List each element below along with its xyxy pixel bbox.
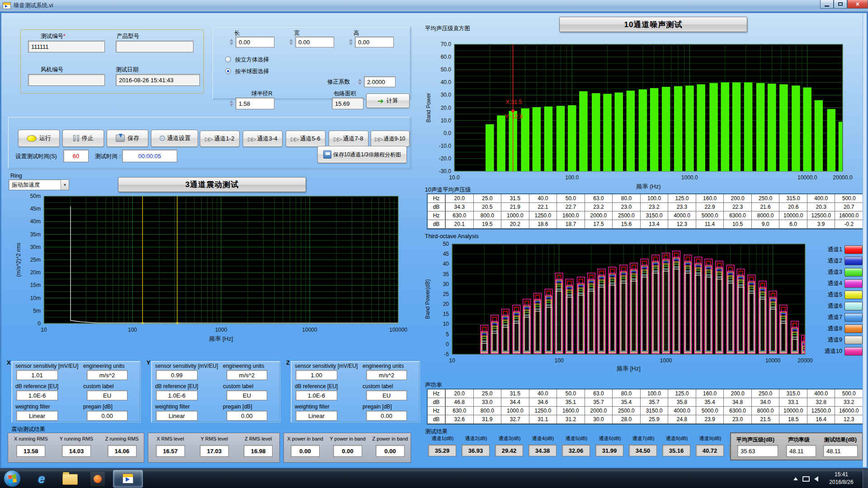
taskbar-clock[interactable]: 15:41 2016/8/26 <box>821 471 862 486</box>
spinner-arrows-icon[interactable] <box>356 76 363 87</box>
correction-label: 修正系数 <box>327 78 350 86</box>
svg-text:10: 10 <box>41 327 47 333</box>
windows-flag-icon <box>8 474 17 483</box>
tray-expand-icon[interactable] <box>793 477 798 480</box>
length-stepper[interactable]: 0.00 <box>228 37 274 47</box>
custom-label-input[interactable]: EU <box>366 390 407 400</box>
spinner-arrows-icon[interactable] <box>288 37 294 47</box>
stop-button[interactable]: 停止 <box>62 130 104 147</box>
units-input[interactable]: m/s^2 <box>226 370 267 380</box>
radius-stepper[interactable]: 1.58 <box>228 98 274 109</box>
width-stepper[interactable]: 0.00 <box>288 37 334 47</box>
weighting-filter-input[interactable]: Linear <box>296 411 337 421</box>
pregain-input[interactable]: 0.00 <box>366 411 407 421</box>
db-reference-input[interactable]: 1.0E-6 <box>156 390 198 400</box>
svg-text:40m: 40m <box>30 218 41 225</box>
volume-icon[interactable] <box>814 476 818 482</box>
legend-item[interactable]: 通道8 <box>807 323 863 334</box>
legend-item[interactable]: 通道5 <box>807 289 863 300</box>
units-input[interactable]: m/s^2 <box>87 370 127 380</box>
table-cell: 20.2 <box>501 220 529 229</box>
labview-taskbar-item[interactable] <box>113 470 143 488</box>
product-input[interactable] <box>116 41 193 52</box>
sensitivity-input[interactable]: 1.01 <box>16 370 58 380</box>
set-time-input[interactable]: 60 <box>63 150 89 162</box>
result-value: 0.00 <box>333 445 362 457</box>
minimize-button[interactable] <box>820 0 834 9</box>
legend-swatch <box>844 313 863 322</box>
channel-7-8-button[interactable]: ▷▷通道7-8 <box>329 131 368 147</box>
units-input[interactable]: m/s^2 <box>366 370 407 380</box>
media-player-icon[interactable] <box>90 472 105 486</box>
db-reference-input[interactable]: 1.0E-6 <box>16 390 58 400</box>
legend-item[interactable]: 通道9 <box>807 334 863 346</box>
legend-label: 通道4 <box>828 280 842 287</box>
table-cell: 10.5 <box>724 220 752 229</box>
result-label: Y running RMS <box>54 436 99 441</box>
start-button[interactable] <box>4 470 21 487</box>
table-row-label: Hz <box>428 194 446 203</box>
explorer-folder-icon[interactable] <box>62 474 78 485</box>
table-cell: 40.0 <box>529 389 557 398</box>
sensitivity-label: sensor sensitivity [mV/EU] <box>295 363 358 369</box>
calculate-button[interactable]: ➔ 计算 <box>366 94 410 108</box>
signal-type-dropdown[interactable]: 振动加速度 ▼ <box>9 179 69 190</box>
channel-result-slot: 通道5(dB)32.06 <box>561 435 592 459</box>
run-button[interactable]: 运行 <box>18 130 60 147</box>
spinner-arrows-icon[interactable] <box>347 37 354 47</box>
weighting-filter-input[interactable]: Linear <box>16 411 58 421</box>
sensitivity-input[interactable]: 1.00 <box>296 370 337 380</box>
db-reference-input[interactable]: 1.0E-6 <box>296 390 337 400</box>
spinner-arrows-icon[interactable] <box>228 98 235 109</box>
pregain-input[interactable]: 0.00 <box>87 411 127 421</box>
maximize-button[interactable] <box>834 0 847 9</box>
legend-item[interactable]: 通道2 <box>807 255 863 267</box>
vibration-spectrum-chart[interactable]: 50m45m40m35m30m25m20m15m10m5m01010010001… <box>13 193 411 347</box>
channel-9-10-button[interactable]: ▷▷通道9-10 <box>371 131 410 147</box>
average-spl-histogram[interactable]: 70.060.050.040.030.020.010.00.0-10.0-20.… <box>423 32 854 190</box>
front-panel: 测试编号* 111111 产品型号 风机编号 测试日期 2016-08-26 1… <box>0 12 868 469</box>
pregain-input[interactable]: 0.00 <box>226 411 267 421</box>
system-tray <box>793 469 818 488</box>
axis-letter: X <box>7 359 11 366</box>
avg-table-label: 10声道平均声压级 <box>425 186 471 194</box>
channel-setup-button[interactable]: ⚙通道设置 <box>151 130 198 147</box>
close-button[interactable]: × <box>847 0 868 9</box>
channel-5-6-button[interactable]: ▷▷通道5-6 <box>286 131 326 147</box>
internet-explorer-icon[interactable]: e <box>34 472 49 486</box>
channel-1-2-button[interactable]: ▷▷通道1-2 <box>200 131 240 147</box>
fan-input[interactable] <box>28 74 105 86</box>
spinner-arrows-icon[interactable] <box>228 37 235 47</box>
radio-cube[interactable] <box>225 56 231 62</box>
show-desktop-button[interactable] <box>863 469 868 488</box>
sensitivity-input[interactable]: 0.99 <box>156 370 198 380</box>
legend-item[interactable]: 通道6 <box>807 300 863 312</box>
sound-power-level-value: 48.11 <box>786 445 816 457</box>
panel-scrollbar[interactable] <box>863 13 867 467</box>
svg-text:50m: 50m <box>30 193 41 199</box>
custom-label-input[interactable]: EU <box>226 390 267 400</box>
legend-item[interactable]: 通道4 <box>807 278 863 289</box>
custom-label-input[interactable]: EU <box>87 390 127 400</box>
radio-hemisphere[interactable] <box>225 68 231 74</box>
third-octave-chart[interactable]: 50454035302520151050-5101001000100002000… <box>423 240 820 374</box>
table-cell: 23.2 <box>641 203 669 211</box>
legend-item[interactable]: 通道1 <box>807 244 863 255</box>
save-button[interactable]: 保存 <box>107 130 148 147</box>
legend-item[interactable]: 通道3 <box>807 267 863 278</box>
chevron-down-icon[interactable]: ▼ <box>61 180 69 190</box>
test-no-label: 测试编号* <box>41 33 66 40</box>
legend-item[interactable]: 通道7 <box>807 312 863 323</box>
test-results-label: 测试结果 <box>425 428 448 436</box>
channel-3-4-button[interactable]: ▷▷通道3-4 <box>243 131 283 147</box>
test-no-input[interactable]: 111111 <box>28 41 105 52</box>
table-cell: 31.5 <box>501 389 529 398</box>
height-stepper[interactable]: 0.00 <box>347 37 394 47</box>
weighting-filter-input[interactable]: Linear <box>156 411 198 421</box>
save-octave-graph-button[interactable]: 保存10通道1/3倍频程分析图 <box>317 146 407 163</box>
correction-stepper[interactable]: 2.0000 <box>356 76 396 87</box>
network-icon[interactable] <box>802 476 810 482</box>
date-input[interactable]: 2016-08-26 15:41:43 <box>116 74 200 86</box>
legend-item[interactable]: 通道10 <box>807 346 863 357</box>
table-cell: 35.4 <box>696 398 724 407</box>
